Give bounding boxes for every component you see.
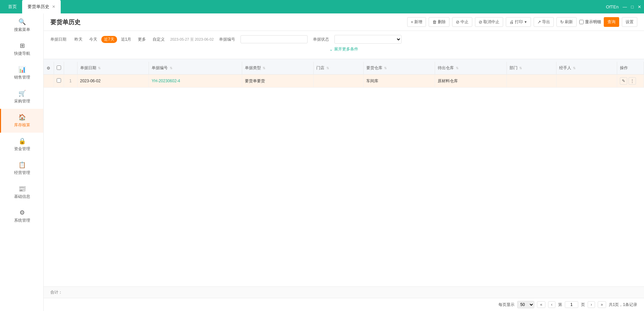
print-button[interactable]: 🖨 打印 ▼ bbox=[506, 17, 531, 27]
status-select[interactable] bbox=[334, 35, 401, 44]
row-checkbox[interactable] bbox=[57, 78, 61, 83]
filter-dates: 昨天 今天 近7天 近1月 更多 自定义 2023-05-27 至 2023-0… bbox=[72, 36, 214, 43]
cancel-stop-button[interactable]: ⊘ 取消中止 bbox=[475, 17, 503, 27]
date-btn-more[interactable]: 更多 bbox=[135, 36, 149, 43]
col-department: 部门 ⇅ bbox=[506, 62, 556, 75]
cancel-stop-icon: ⊘ bbox=[479, 19, 482, 25]
col-req-warehouse: 要货仓库 ⇅ bbox=[363, 62, 435, 75]
page-suffix: 页 bbox=[581, 302, 585, 308]
sort-department-icon[interactable]: ⇅ bbox=[519, 66, 522, 70]
bill-no-label: 单据编号 bbox=[219, 37, 235, 42]
settings-button[interactable]: 设置 bbox=[622, 17, 637, 27]
expand-more-button[interactable]: ⌄ 展开更多条件 bbox=[329, 46, 358, 52]
row-bill-type: 要货单要货 bbox=[242, 75, 314, 88]
tab-close-icon[interactable]: ✕ bbox=[52, 4, 55, 9]
table-header-row: ⚙ 单据日期 ⇅ 单据编号 ⇅ bbox=[44, 62, 644, 75]
table-row: 1 2023-06-02 YH-20230602-4 要货单要货 车间库 原材料… bbox=[44, 75, 644, 88]
finance-mgmt-icon: 🔒 bbox=[18, 137, 26, 145]
row-action-buttons: ✎ ⋮ bbox=[620, 77, 641, 85]
per-page-select[interactable]: 50 10 20 100 bbox=[517, 301, 534, 308]
query-button[interactable]: 查询 bbox=[604, 17, 619, 27]
minimize-button[interactable]: — bbox=[623, 4, 627, 9]
sidebar-item-inventory[interactable]: 🏠 库存核算 bbox=[0, 109, 43, 133]
export-button[interactable]: ↗ 导出 bbox=[534, 17, 554, 27]
bill-no-link[interactable]: YH-20230602-4 bbox=[152, 79, 180, 83]
page-label: 第 bbox=[558, 302, 562, 308]
stop-button[interactable]: ⊘ 中止 bbox=[452, 17, 472, 27]
sidebar-item-basic-info[interactable]: 📰 基础信息 bbox=[0, 180, 43, 204]
show-detail-checkbox[interactable] bbox=[579, 20, 584, 24]
sort-handler-icon[interactable]: ⇅ bbox=[573, 66, 576, 70]
tab-bar: 首页 要货单历史 ✕ bbox=[3, 0, 606, 13]
content-area: 要货单历史 + 新增 🗑 删除 ⊘ 中止 ⊘ 取消中止 bbox=[44, 13, 644, 311]
col-date: 单据日期 ⇅ bbox=[77, 62, 149, 75]
refresh-button[interactable]: ↻ 刷新 bbox=[556, 17, 577, 27]
row-edit-icon[interactable]: ✎ bbox=[620, 77, 627, 85]
sidebar-item-operations-mgmt[interactable]: 📋 经营管理 bbox=[0, 157, 43, 180]
export-icon: ↗ bbox=[537, 19, 541, 25]
row-date: 2023-06-02 bbox=[77, 75, 149, 88]
prev-page-button[interactable]: ‹ bbox=[548, 301, 555, 308]
delete-button[interactable]: 🗑 删除 bbox=[429, 17, 449, 27]
date-filter-label: 单据日期 bbox=[50, 37, 66, 42]
filter-row-expand: ⌄ 展开更多条件 bbox=[50, 46, 637, 52]
show-detail-toggle[interactable]: 显示明细 bbox=[579, 19, 601, 25]
status-label: 单据状态 bbox=[313, 37, 329, 42]
next-page-button[interactable]: › bbox=[588, 301, 595, 308]
stop-icon: ⊘ bbox=[456, 19, 460, 25]
row-req-warehouse: 车间库 bbox=[363, 75, 435, 88]
close-button[interactable]: ✕ bbox=[638, 4, 641, 9]
print-dropdown-icon: ▼ bbox=[524, 20, 527, 24]
row-handler bbox=[556, 75, 617, 88]
sort-req-warehouse-icon[interactable]: ⇅ bbox=[384, 66, 387, 70]
sidebar-item-search-menu[interactable]: 🔍 搜索菜单 bbox=[0, 13, 43, 37]
operations-mgmt-icon: 📋 bbox=[18, 161, 26, 169]
data-table: ⚙ 单据日期 ⇅ 单据编号 ⇅ bbox=[44, 62, 644, 88]
row-store bbox=[314, 75, 363, 88]
sort-store-icon[interactable]: ⇅ bbox=[326, 66, 329, 70]
sidebar-item-quick-nav[interactable]: ⊞ 快捷导航 bbox=[0, 37, 43, 61]
per-page-label: 每页显示 bbox=[498, 302, 515, 308]
top-bar: 首页 要货单历史 ✕ OfTEn — □ ✕ bbox=[0, 0, 644, 13]
expand-down-icon: ⌄ bbox=[329, 47, 333, 52]
date-btn-today[interactable]: 今天 bbox=[87, 36, 100, 43]
last-page-button[interactable]: » bbox=[598, 301, 606, 308]
sidebar-item-sales-mgmt[interactable]: 📊 销售管理 bbox=[0, 61, 43, 85]
settings-icon[interactable]: ⚙ bbox=[47, 66, 50, 71]
date-btn-yesterday[interactable]: 昨天 bbox=[72, 36, 85, 43]
table-body: 1 2023-06-02 YH-20230602-4 要货单要货 车间库 原材料… bbox=[44, 75, 644, 88]
col-checkbox bbox=[54, 62, 64, 75]
sidebar: 🔍 搜索菜单 ⊞ 快捷导航 📊 销售管理 🛒 采购管理 🏠 库存核算 🔒 资金管… bbox=[0, 13, 44, 311]
row-settings bbox=[44, 75, 54, 88]
purchase-mgmt-icon: 🛒 bbox=[18, 90, 26, 97]
add-button[interactable]: + 新增 bbox=[407, 17, 426, 27]
sort-bill-type-icon[interactable]: ⇅ bbox=[263, 66, 265, 70]
sidebar-item-finance-mgmt[interactable]: 🔒 资金管理 bbox=[0, 133, 43, 157]
date-range-display: 2023-05-27 至 2023-06-02 bbox=[170, 37, 214, 42]
sort-bill-no-icon[interactable]: ⇅ bbox=[170, 66, 172, 70]
table-container: ⚙ 单据日期 ⇅ 单据编号 ⇅ bbox=[44, 62, 644, 286]
sidebar-item-purchase-mgmt[interactable]: 🛒 采购管理 bbox=[0, 85, 43, 109]
date-btn-7days[interactable]: 近7天 bbox=[101, 36, 117, 43]
filter-area: 单据日期 昨天 今天 近7天 近1月 更多 自定义 2023-05-27 至 2… bbox=[44, 31, 644, 59]
row-department bbox=[506, 75, 556, 88]
bill-no-input[interactable] bbox=[240, 35, 308, 43]
main-layout: 🔍 搜索菜单 ⊞ 快捷导航 📊 销售管理 🛒 采购管理 🏠 库存核算 🔒 资金管… bbox=[0, 13, 644, 311]
page-number-input[interactable] bbox=[565, 301, 578, 308]
sort-date-icon[interactable]: ⇅ bbox=[98, 66, 101, 70]
tab-home[interactable]: 首页 bbox=[3, 0, 22, 13]
maximize-button[interactable]: □ bbox=[631, 4, 634, 9]
row-num: 1 bbox=[64, 75, 77, 88]
select-all-checkbox[interactable] bbox=[57, 65, 61, 70]
summary-label: 合计： bbox=[50, 290, 62, 295]
print-icon: 🖨 bbox=[509, 19, 514, 25]
row-checkbox-cell bbox=[54, 75, 64, 88]
filter-row-1: 单据日期 昨天 今天 近7天 近1月 更多 自定义 2023-05-27 至 2… bbox=[50, 35, 637, 44]
date-btn-1month[interactable]: 近1月 bbox=[118, 36, 134, 43]
tab-requisition-history[interactable]: 要货单历史 ✕ bbox=[22, 0, 61, 13]
sidebar-item-system-mgmt[interactable]: ⚙ 系统管理 bbox=[0, 204, 43, 228]
sort-pending-warehouse-icon[interactable]: ⇅ bbox=[456, 66, 459, 70]
date-btn-custom[interactable]: 自定义 bbox=[150, 36, 167, 43]
first-page-button[interactable]: « bbox=[537, 301, 545, 308]
row-more-icon[interactable]: ⋮ bbox=[629, 77, 636, 85]
